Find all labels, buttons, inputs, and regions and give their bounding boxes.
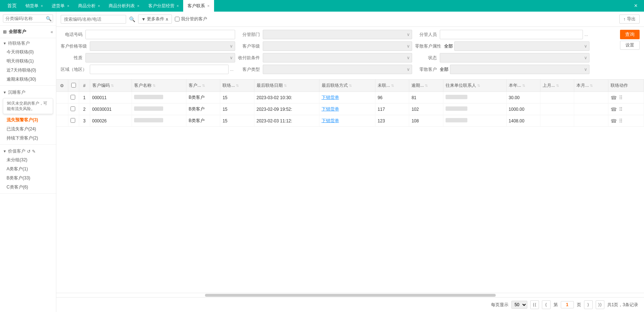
first-page-button[interactable]: ⟨⟨ (530, 300, 539, 309)
sidebar-item-a-class[interactable]: A类客户(1) (0, 165, 56, 174)
person-field: 分管人员 ... (415, 30, 589, 39)
td-overdue: 81 (409, 92, 443, 104)
td-last-method[interactable]: 下销货单 (319, 92, 375, 104)
sidebar-item-c-class[interactable]: C类客户(6) (0, 183, 56, 192)
region-input[interactable] (90, 65, 229, 74)
th-last-month[interactable]: 上月...⇅ (540, 80, 574, 92)
td-checkbox[interactable] (68, 104, 79, 115)
all-customers-header[interactable]: ⊞ 全部客户 « (0, 26, 56, 38)
export-button[interactable]: ↑ 导出 (619, 15, 640, 24)
td-checkbox[interactable] (68, 92, 79, 104)
close-purchase-icon[interactable]: × (67, 4, 69, 8)
td-this-year: 30.00 (506, 92, 540, 104)
gender-select[interactable] (85, 53, 235, 62)
td-type: B类客户 (186, 115, 220, 127)
per-page-select[interactable]: 50 (511, 301, 527, 309)
more-filter-button[interactable]: ▼ 更多条件 ∧ (138, 15, 172, 24)
phone-input[interactable] (85, 30, 235, 39)
prev-page-button[interactable]: ⟨ (542, 300, 551, 309)
settings-button[interactable]: 设置 (620, 41, 640, 50)
sidebar: 🔍 ⊞ 全部客户 « ▼ 待联络客户 今天待联络(0) 明天待联络(1) 近7天… (0, 12, 56, 312)
sidebar-item-ungroup[interactable]: 未分组(32) (0, 155, 56, 165)
next-page-button[interactable]: ⟩ (584, 300, 593, 309)
retail-field: 零散客户 全部 ∨ (415, 65, 589, 74)
region-dots[interactable]: ... (229, 67, 235, 72)
page-input[interactable] (561, 301, 574, 308)
window-close-icon[interactable]: × (631, 3, 641, 9)
value-title[interactable]: ▼ 价值客户 ↺ ✎ (0, 146, 56, 155)
action-more-icon[interactable]: ⠿ (619, 95, 623, 101)
retail-select[interactable] (450, 65, 589, 74)
th-this-month[interactable]: 本月...⇅ (574, 80, 608, 92)
action-more-icon[interactable]: ⠿ (619, 118, 623, 124)
phone-field: 电话号码 (61, 30, 235, 39)
sidebar-item-tomorrow[interactable]: 明天待联络(1) (0, 57, 56, 66)
search-input[interactable] (61, 15, 126, 24)
action-contact-icon[interactable]: ☎ (611, 106, 617, 112)
dormant-title[interactable]: ▼ 沉睡客户 (0, 87, 56, 97)
horizontal-scrollbar[interactable] (56, 293, 644, 297)
person-dots[interactable]: ... (583, 32, 589, 37)
td-checkbox[interactable] (68, 115, 79, 127)
th-checkbox[interactable] (68, 80, 79, 92)
dept-select[interactable] (263, 30, 412, 39)
th-last-date[interactable]: 最后联络日期⇅ (254, 80, 319, 92)
th-last-method[interactable]: 最后联络方式⇅ (319, 80, 375, 92)
close-analysis-list-icon[interactable]: × (137, 4, 139, 8)
top-nav: 首页 销货单 × 进货单 × 商品分析 × 商品分析列表 × 客户分层经营 × … (0, 0, 644, 12)
th-contact[interactable]: 联络...⇅ (220, 80, 254, 92)
customer-type-select[interactable] (263, 65, 412, 74)
th-type[interactable]: 客户...⇅ (186, 80, 220, 92)
close-sales-icon[interactable]: × (41, 4, 43, 8)
sidebar-item-b-class[interactable]: B类客户(33) (0, 174, 56, 183)
person-input[interactable] (440, 30, 583, 39)
my-customers-checkbox[interactable] (175, 17, 180, 21)
action-more-icon[interactable]: ⠿ (619, 106, 623, 112)
nav-tab-customer-contact[interactable]: 客户联系 × (183, 0, 214, 12)
th-overdue[interactable]: 逾期...⇅ (409, 80, 443, 92)
th-settings[interactable]: ⚙ (56, 80, 68, 92)
price-grade-select[interactable] (90, 41, 235, 51)
action-contact-icon[interactable]: ☎ (611, 95, 617, 101)
sidebar-item-declining[interactable]: 持续下滑客户(2) (0, 134, 56, 143)
sidebar-item-today[interactable]: 今天待联络(0) (0, 48, 56, 57)
td-person (443, 104, 506, 115)
row-checkbox-1[interactable] (71, 106, 75, 111)
nav-home[interactable]: 首页 (3, 3, 21, 9)
sidebar-item-churn-warning[interactable]: 流失预警客户(3) (0, 116, 56, 125)
th-contact-person[interactable]: 往来单位联系人⇅ (443, 80, 506, 92)
edit-icon[interactable]: ✎ (32, 149, 36, 154)
collapse-icon[interactable]: « (51, 29, 53, 35)
search-button[interactable]: 🔍 (129, 16, 135, 22)
th-this-year[interactable]: 本年...⇅ (506, 80, 540, 92)
pending-contact-title[interactable]: ▼ 待联络客户 (0, 38, 56, 48)
sidebar-item-overdue[interactable]: 逾期未联络(30) (0, 75, 56, 84)
sidebar-item-week[interactable]: 近7天待联络(0) (0, 66, 56, 75)
last-page-button[interactable]: ⟩⟩ (596, 300, 604, 309)
th-name[interactable]: 客户名称⇅ (132, 80, 186, 92)
row-checkbox-0[interactable] (71, 95, 75, 100)
th-unlisted[interactable]: 未联...⇅ (375, 80, 409, 92)
nav-tab-sales[interactable]: 销货单 × (21, 0, 47, 12)
td-last-method[interactable]: 下销货单 (319, 115, 375, 127)
th-code[interactable]: 客户编码⇅ (90, 80, 132, 92)
nav-tab-analysis-list[interactable]: 商品分析列表 × (104, 0, 144, 12)
nav-tab-purchase[interactable]: 进货单 × (47, 0, 73, 12)
select-all-checkbox[interactable] (71, 83, 76, 88)
query-button[interactable]: 查询 (620, 30, 640, 39)
action-contact-icon[interactable]: ☎ (611, 118, 617, 124)
status-select[interactable] (440, 53, 589, 62)
close-customer-layer-icon[interactable]: × (177, 4, 179, 8)
retail-attr-select[interactable] (454, 41, 589, 51)
td-last-method[interactable]: 下销货单 (319, 104, 375, 115)
close-analysis-icon[interactable]: × (98, 4, 100, 8)
nav-tab-analysis[interactable]: 商品分析 × (74, 0, 104, 12)
sidebar-item-churned[interactable]: 已流失客户(24) (0, 125, 56, 134)
customer-grade-select[interactable] (263, 41, 412, 51)
row-checkbox-2[interactable] (71, 118, 75, 123)
refresh-icon[interactable]: ↺ (27, 149, 31, 154)
close-customer-contact-icon[interactable]: × (207, 4, 209, 8)
payment-select[interactable] (263, 53, 412, 62)
nav-tab-customer-layer[interactable]: 客户分层经营 × (144, 0, 183, 12)
td-settings (56, 92, 68, 104)
